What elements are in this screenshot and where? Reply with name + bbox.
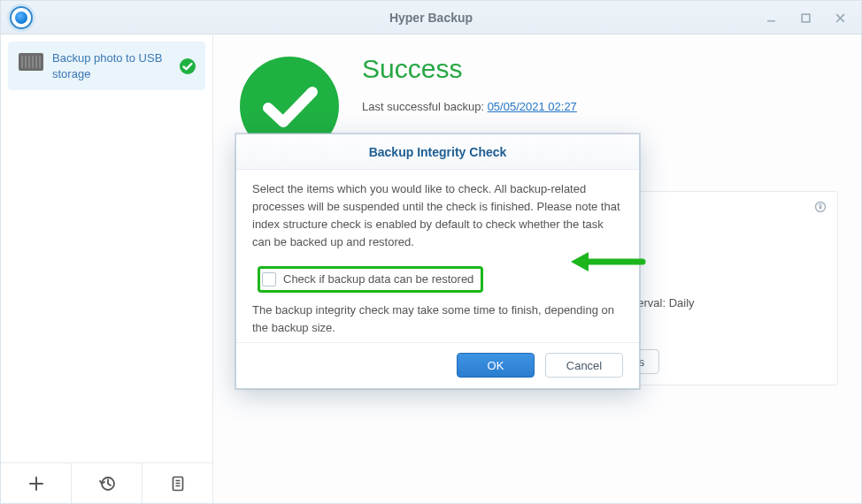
- success-check-icon: [179, 57, 196, 75]
- task-item[interactable]: Backup photo to USB storage: [8, 42, 205, 90]
- dialog-hint: The backup integrity check may take some…: [252, 302, 623, 337]
- task-label: Backup photo to USB storage: [52, 50, 196, 81]
- dialog-integrity-check: Backup Integrity Check Select the items …: [235, 134, 640, 389]
- cancel-button[interactable]: Cancel: [545, 353, 623, 378]
- close-button[interactable]: [824, 6, 856, 29]
- last-backup-label: Last successful backup:: [362, 100, 488, 113]
- window-title: Hyper Backup: [389, 11, 473, 25]
- svg-rect-1: [802, 14, 810, 22]
- restore-check-label: Check if backup data can be restored: [283, 271, 473, 288]
- sidebar: Backup photo to USB storage: [1, 34, 213, 503]
- dialog-intro: Select the items which you would like to…: [252, 180, 623, 252]
- restore-check-checkbox[interactable]: [262, 272, 276, 286]
- history-button[interactable]: [72, 463, 142, 503]
- app-icon: [10, 6, 33, 29]
- lock-icon: [812, 199, 828, 218]
- success-title: Success: [362, 54, 838, 84]
- minimize-button[interactable]: [755, 6, 787, 29]
- dialog-title: Backup Integrity Check: [236, 134, 639, 170]
- last-backup-link[interactable]: 05/05/2021 02:27: [488, 100, 577, 113]
- last-backup-row: Last successful backup: 05/05/2021 02:27: [362, 100, 838, 113]
- svg-rect-14: [820, 206, 822, 210]
- highlight-annotation: Check if backup data can be restored: [258, 266, 483, 293]
- ok-button[interactable]: OK: [457, 353, 535, 378]
- disk-icon: [19, 53, 43, 71]
- add-task-button[interactable]: [1, 463, 72, 503]
- log-button[interactable]: [142, 463, 212, 503]
- maximize-button[interactable]: [789, 6, 821, 29]
